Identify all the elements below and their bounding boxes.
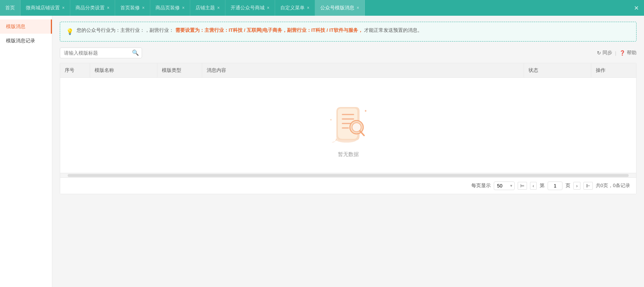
page-label-suffix: 页 <box>566 182 570 189</box>
tab-home-label: 首页 <box>5 4 15 11</box>
top-navigation: 首页 微商城店铺设置 × 商品分类设置 × 首页装修 × 商品页装修 × 店铺主… <box>0 0 644 16</box>
next-page-button[interactable]: › <box>573 182 580 190</box>
tab-product-decor-label: 商品页装修 <box>155 4 180 11</box>
tab-template-msg-label: 公众号模版消息 <box>320 4 354 11</box>
notice-box: 💡 您的公众号行业为：主营行业：，副营行业： 需要设置为：主营行业：IT科技 /… <box>60 22 637 42</box>
empty-state: ✦ ✦ 暂无数据 <box>60 78 636 173</box>
total-info: 共0页，0条记录 <box>596 182 630 189</box>
close-all-button[interactable]: ✕ <box>629 0 644 16</box>
tab-shop-settings-label: 微商城店铺设置 <box>26 4 60 11</box>
search-bar: 🔍 ↻ 同步 | ❓ 帮助 <box>60 48 637 58</box>
col-name: 模版名称 <box>90 63 157 77</box>
per-page-select-wrapper: 50 10 20 100 ▾ <box>494 181 515 190</box>
search-input-wrapper: 🔍 <box>60 48 142 58</box>
tab-home[interactable]: 首页 <box>0 0 21 16</box>
col-index: 序号 <box>60 63 90 77</box>
divider: | <box>615 50 616 56</box>
tab-product-decor-close[interactable]: × <box>182 5 185 10</box>
tab-open-mall[interactable]: 开通公众号商城 × <box>225 0 275 16</box>
tab-home-decor[interactable]: 首页装修 × <box>115 0 150 16</box>
notice-icon: 💡 <box>66 27 74 37</box>
tab-shop-theme-label: 店铺主题 <box>195 4 215 11</box>
page-label-prefix: 第 <box>540 182 545 189</box>
sync-icon: ↻ <box>597 50 601 56</box>
per-page-label: 每页显示 <box>471 182 491 189</box>
notice-text: 您的公众号行业为：主营行业：，副营行业： 需要设置为：主营行业：IT科技 / 互… <box>77 27 422 34</box>
tab-home-decor-close[interactable]: × <box>142 5 145 10</box>
scrollbar-area[interactable] <box>60 173 636 177</box>
help-label[interactable]: 帮助 <box>627 49 637 56</box>
last-page-button[interactable]: ⊩ <box>583 182 593 190</box>
tab-open-mall-close[interactable]: × <box>267 5 269 10</box>
tab-product-decor[interactable]: 商品页装修 × <box>150 0 190 16</box>
tab-custom-menu[interactable]: 自定义菜单 × <box>275 0 315 16</box>
sidebar-item-template-message[interactable]: 模版消息 <box>0 19 52 34</box>
tab-product-category-close[interactable]: × <box>107 5 110 10</box>
empty-text: 暂无数据 <box>338 151 359 158</box>
sidebar: 模版消息 模版消息记录 <box>0 16 52 287</box>
prev-page-button[interactable]: ‹ <box>530 182 537 190</box>
search-left: 🔍 <box>60 48 142 58</box>
svg-text:✦: ✦ <box>330 118 332 122</box>
tab-home-decor-label: 首页装修 <box>120 4 140 11</box>
empty-illustration: ✦ ✦ <box>326 100 371 145</box>
sidebar-item-template-record[interactable]: 模版消息记录 <box>0 34 52 48</box>
tab-custom-menu-label: 自定义菜单 <box>280 4 305 11</box>
tab-custom-menu-close[interactable]: × <box>307 5 309 10</box>
content-area: 💡 您的公众号行业为：主营行业：，副营行业： 需要设置为：主营行业：IT科技 /… <box>52 16 644 287</box>
tab-shop-theme-close[interactable]: × <box>217 5 220 10</box>
tab-template-msg[interactable]: 公众号模版消息 × <box>315 0 365 16</box>
notice-prefix: 您的公众号行业为：主营行业：，副营行业： <box>77 27 174 33</box>
tab-open-mall-label: 开通公众号商城 <box>231 4 265 11</box>
tab-shop-settings[interactable]: 微商城店铺设置 × <box>21 0 70 16</box>
tab-shop-theme[interactable]: 店铺主题 × <box>190 0 225 16</box>
search-right: ↻ 同步 | ❓ 帮助 <box>597 49 637 56</box>
scrollbar-track[interactable] <box>68 174 629 177</box>
col-type: 模版类型 <box>157 63 202 77</box>
data-table: 序号 模版名称 模版类型 消息内容 状态 操作 <box>60 63 637 194</box>
notice-highlight: 需要设置为：主营行业：IT科技 / 互联网|电子商务，副营行业：IT科技 / I… <box>175 27 363 33</box>
col-status: 状态 <box>524 63 591 77</box>
table-header: 序号 模版名称 模版类型 消息内容 状态 操作 <box>60 63 636 78</box>
tab-shop-settings-close[interactable]: × <box>62 5 65 10</box>
col-action: 操作 <box>591 63 636 77</box>
tab-product-category[interactable]: 商品分类设置 × <box>70 0 115 16</box>
col-content: 消息内容 <box>202 63 524 77</box>
sync-label[interactable]: 同步 <box>603 49 612 56</box>
search-icon[interactable]: 🔍 <box>132 49 139 56</box>
per-page-select[interactable]: 50 10 20 100 <box>494 181 515 190</box>
tab-product-category-label: 商品分类设置 <box>76 4 105 11</box>
tab-template-msg-close[interactable]: × <box>357 5 359 10</box>
help-icon: ❓ <box>619 50 625 56</box>
pagination: 每页显示 50 10 20 100 ▾ ⊨ ‹ 第 页 › ⊩ 共0页，0 <box>60 177 636 194</box>
main-layout: 模版消息 模版消息记录 💡 您的公众号行业为：主营行业：，副营行业： 需要设置为… <box>0 16 644 287</box>
search-input[interactable] <box>60 48 142 58</box>
notice-suffix: 才能正常发送预置的消息。 <box>364 27 422 33</box>
first-page-button[interactable]: ⊨ <box>518 182 527 190</box>
sidebar-item-template-record-label: 模版消息记录 <box>6 38 35 43</box>
page-number-input[interactable] <box>548 181 563 190</box>
sidebar-item-template-message-label: 模版消息 <box>6 24 25 29</box>
svg-text:✦: ✦ <box>364 109 367 113</box>
